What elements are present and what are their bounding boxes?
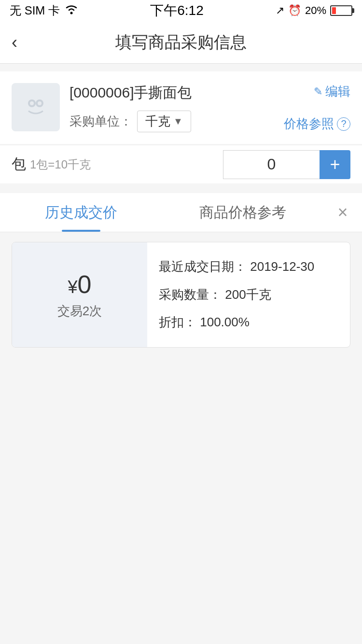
edit-label: 编辑 bbox=[325, 83, 350, 100]
status-bar: 无 SIM 卡 下午6:12 ↗ ⏰ 20% bbox=[0, 0, 362, 21]
history-price: ¥0 bbox=[68, 270, 92, 299]
page-title: 填写商品采购信息 bbox=[115, 31, 247, 54]
tabs-bar: 历史成交价 商品价格参考 × bbox=[0, 193, 362, 232]
navigation-bar: ‹ 填写商品采购信息 bbox=[0, 21, 362, 64]
status-left: 无 SIM 卡 bbox=[10, 3, 78, 18]
trade-count: 交易2次 bbox=[57, 303, 102, 320]
unit-hint: 1包=10千克 bbox=[30, 157, 91, 172]
battery-percent: 20% bbox=[305, 4, 326, 17]
svg-point-3 bbox=[30, 101, 34, 105]
help-icon: ? bbox=[337, 117, 350, 131]
purchase-qty-label: 采购数量： bbox=[159, 287, 222, 302]
network-label: 无 SIM 卡 bbox=[10, 3, 60, 18]
edit-button[interactable]: ✎ 编辑 bbox=[314, 83, 350, 100]
purchase-qty-value: 200千克 bbox=[225, 287, 271, 302]
wifi-icon bbox=[65, 4, 78, 17]
discount-row: 折扣： 100.00% bbox=[159, 312, 338, 333]
location-icon: ↗ bbox=[276, 4, 284, 17]
recent-date-value: 2019-12-30 bbox=[250, 259, 314, 274]
unit-value: 千克 bbox=[145, 113, 170, 130]
status-right: ↗ ⏰ 20% bbox=[276, 4, 352, 17]
recent-date-row: 最近成交日期： 2019-12-30 bbox=[159, 257, 338, 277]
recent-date-label: 最近成交日期： bbox=[159, 259, 247, 274]
product-card: [0000006]手撕面包 采购单位： 千克 ▼ ✎ 编辑 价格参照 ? bbox=[0, 71, 362, 144]
purchase-qty-row: 采购数量： 200千克 bbox=[159, 285, 338, 305]
history-price-section: ¥0 交易2次 bbox=[12, 242, 147, 347]
svg-point-0 bbox=[70, 12, 73, 14]
unit-label: 采购单位： bbox=[70, 113, 132, 130]
time-label: 下午6:12 bbox=[150, 1, 204, 20]
history-detail-section: 最近成交日期： 2019-12-30 采购数量： 200千克 折扣： 100.0… bbox=[147, 242, 350, 347]
back-button[interactable]: ‹ bbox=[12, 32, 17, 53]
dropdown-arrow-icon: ▼ bbox=[173, 116, 183, 127]
price-ref-label: 价格参照 bbox=[284, 115, 334, 132]
history-content: ¥0 交易2次 最近成交日期： 2019-12-30 采购数量： 200千克 折… bbox=[0, 232, 362, 357]
price-ref-button[interactable]: 价格参照 ? bbox=[284, 115, 350, 132]
history-card: ¥0 交易2次 最近成交日期： 2019-12-30 采购数量： 200千克 折… bbox=[12, 242, 350, 348]
quantity-plus-button[interactable]: + bbox=[320, 150, 350, 179]
tab-history-price-label: 历史成交价 bbox=[45, 203, 117, 223]
quantity-control: 0 + bbox=[223, 150, 350, 179]
quantity-row: 包 1包=10千克 0 + bbox=[0, 145, 362, 183]
quantity-label-group: 包 1包=10千克 bbox=[12, 154, 91, 174]
tab-product-price-ref[interactable]: 商品价格参考 bbox=[162, 193, 323, 232]
edit-icon: ✎ bbox=[314, 85, 322, 98]
discount-label: 折扣： bbox=[159, 315, 196, 329]
tab-product-price-ref-label: 商品价格参考 bbox=[199, 203, 286, 223]
unit-select[interactable]: 千克 ▼ bbox=[137, 111, 191, 132]
price-value: 0 bbox=[78, 270, 92, 298]
quantity-value: 0 bbox=[267, 155, 276, 173]
currency-symbol: ¥ bbox=[68, 277, 78, 297]
alarm-icon: ⏰ bbox=[288, 4, 301, 17]
tab-history-price[interactable]: 历史成交价 bbox=[0, 193, 162, 232]
unit-name: 包 bbox=[12, 154, 26, 174]
product-image bbox=[12, 83, 60, 131]
close-button[interactable]: × bbox=[323, 193, 362, 232]
discount-value: 100.00% bbox=[200, 315, 250, 329]
quantity-input[interactable]: 0 bbox=[223, 150, 320, 179]
battery-icon bbox=[330, 5, 352, 16]
svg-point-4 bbox=[38, 101, 42, 105]
product-name: [0000006]手撕面包 bbox=[70, 83, 350, 103]
